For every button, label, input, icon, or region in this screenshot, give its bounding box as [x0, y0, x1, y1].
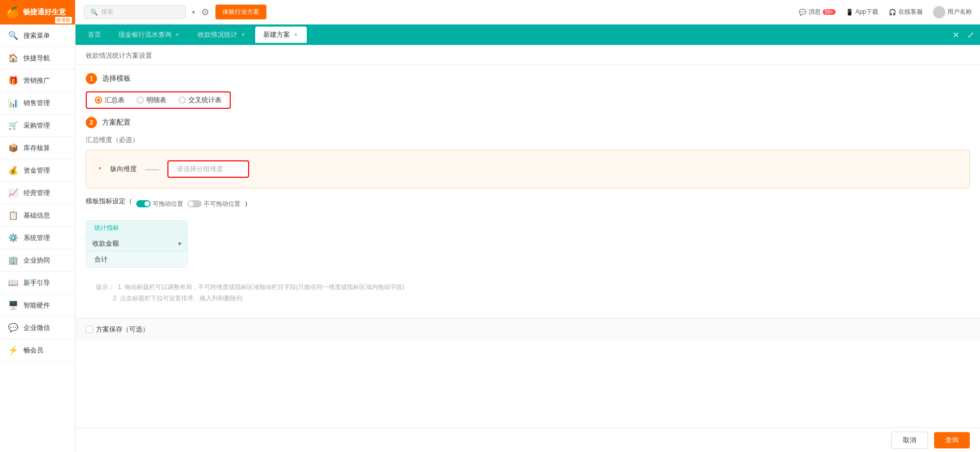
user-avatar	[933, 6, 945, 18]
save-bar: 方案保存（可选）	[76, 318, 980, 340]
tab-bank-flow[interactable]: 现金银行流水查询 ×	[110, 27, 188, 43]
radio-detail-label: 明细表	[146, 96, 166, 105]
dimension-title-text: 汇总维度（必选）	[86, 136, 139, 144]
service-btn[interactable]: 🎧 在线客服	[889, 8, 923, 16]
main-content: 🔍 搜索 ▾ ⚙ 体验行业方案 💬 消息 99+ 📱 App下载 🎧 在线客服 …	[76, 0, 980, 452]
search-menu-icon: 🔍	[8, 31, 18, 40]
search-icon: 🔍	[90, 9, 98, 16]
metrics-label-text: 模板指标设定（	[86, 197, 132, 206]
tip-1: 提示： 1. 拖动标题栏可以调整布局，不可跨维度或指标区域拖动栏目字段(只能在同…	[96, 282, 960, 293]
tab-close-all-icon[interactable]: ✕	[950, 28, 961, 42]
service-label: 在线客服	[898, 8, 923, 16]
tab-receipts-stat-label: 收款情况统计	[198, 30, 237, 39]
step2-title: 方案配置	[102, 118, 131, 127]
page-content: 收款情况统计方案设置 1 选择模板 汇总表 明细表	[76, 45, 980, 427]
tab-home-label: 首页	[88, 30, 101, 39]
metrics-table-header: 统计指标	[86, 221, 187, 236]
tab-bank-flow-close[interactable]: ×	[175, 31, 180, 38]
tab-new-plan-close[interactable]: ×	[293, 31, 299, 38]
sidebar-label-search-menu: 搜索菜单	[23, 31, 50, 40]
radio-detail-circle	[137, 97, 144, 104]
tab-expand-icon[interactable]: ⤢	[965, 28, 976, 42]
step1-section: 1 选择模板 汇总表 明细表 交叉统计表	[76, 65, 980, 117]
cancel-button[interactable]: 取消	[891, 432, 928, 449]
download-btn[interactable]: 📱 App下载	[846, 8, 878, 16]
save-checkbox[interactable]	[86, 326, 93, 333]
sidebar-item-finance[interactable]: 💰 资金管理	[0, 159, 75, 182]
dimension-section-title: 汇总维度（必选）	[86, 135, 970, 145]
step2-section: 2 方案配置 汇总维度（必选） * 纵向维度 —— 请选择分组维度	[76, 117, 980, 318]
settings-gear-icon[interactable]: ⚙	[201, 7, 209, 18]
save-checkbox-text: 方案保存（可选）	[96, 325, 149, 334]
sidebar-item-marketing[interactable]: 🎁 营销推广	[0, 69, 75, 92]
tab-bar-actions: ✕ ⤢	[950, 28, 976, 42]
page-inner: 收款情况统计方案设置 1 选择模板 汇总表 明细表	[76, 45, 980, 427]
sidebar-item-system[interactable]: ⚙️ 系统管理	[0, 227, 75, 249]
hardware-icon: 🖥️	[8, 300, 18, 310]
vertical-dim-label: 纵向维度	[110, 164, 137, 174]
immovable-label: 不可拖动位置	[204, 200, 240, 208]
sidebar-item-sales[interactable]: 📊 销售管理	[0, 92, 75, 114]
tab-bar: 首页 现金银行流水查询 × 收款情况统计 × 新建方案 × ✕ ⤢	[76, 25, 980, 45]
download-label: App下载	[855, 8, 878, 16]
wechat-icon: 💬	[8, 323, 18, 332]
step1-header: 1 选择模板	[86, 73, 970, 84]
user-menu[interactable]: 用户名称	[933, 6, 972, 18]
sidebar-item-guide[interactable]: 📖 新手引导	[0, 272, 75, 294]
sidebar-item-purchase[interactable]: 🛒 采购管理	[0, 114, 75, 137]
sidebar-label-guide: 新手引导	[23, 278, 50, 288]
sidebar-label-marketing: 营销推广	[23, 76, 50, 85]
trial-btn[interactable]: 体验行业方案	[215, 5, 266, 19]
guide-icon: 📖	[8, 278, 18, 288]
step1-title: 选择模板	[102, 74, 131, 83]
immovable-tag: 不可拖动位置	[187, 200, 240, 208]
tip1-text: 1. 拖动标题栏可以调整布局，不可跨维度或指标区域拖动栏目字段(只能在同一维度或…	[118, 283, 404, 291]
metrics-close-paren: ）	[244, 199, 251, 208]
tip-2: 2. 点击标题栏下拉可设置排序、插入列和删除列	[96, 293, 960, 304]
search-dropdown-icon[interactable]: ▾	[192, 9, 195, 16]
sidebar-item-wechat[interactable]: 💬 企业微信	[0, 317, 75, 339]
home-icon: 🏠	[8, 53, 18, 63]
movable-tag: 可拖动位置	[136, 200, 183, 208]
step1-num: 1	[86, 73, 97, 84]
sidebar-item-operation[interactable]: 📈 经营管理	[0, 182, 75, 204]
service-icon: 🎧	[889, 9, 896, 16]
sidebar-item-base-info[interactable]: 📋 基础信息	[0, 204, 75, 227]
sidebar-item-quick-nav[interactable]: 🏠 快捷导航	[0, 47, 75, 69]
search-bar[interactable]: 🔍 搜索	[84, 5, 186, 19]
query-button[interactable]: 查询	[934, 432, 970, 448]
logo-badge: 标准版	[55, 17, 72, 23]
radio-detail[interactable]: 明细表	[137, 96, 166, 105]
sidebar-item-inventory[interactable]: 📦 库存核算	[0, 137, 75, 159]
step2-num: 2	[86, 117, 97, 128]
tab-receipts-stat[interactable]: 收款情况统计 ×	[189, 27, 254, 43]
tips-area: 提示： 1. 拖动标题栏可以调整布局，不可跨维度或指标区域拖动栏目字段(只能在同…	[86, 276, 970, 310]
radio-summary[interactable]: 汇总表	[95, 96, 125, 105]
logo-icon: 🍊	[6, 6, 19, 18]
sidebar-label-quick-nav: 快捷导航	[23, 54, 50, 63]
dimension-input[interactable]: 请选择分组维度	[167, 160, 249, 178]
step2-header: 2 方案配置	[86, 117, 970, 128]
sidebar-label-sales: 销售管理	[23, 99, 50, 108]
message-btn[interactable]: 💬 消息 99+	[799, 8, 836, 16]
header-right: 💬 消息 99+ 📱 App下载 🎧 在线客服 用户名称	[799, 6, 972, 18]
sidebar-item-member[interactable]: ⚡ 畅会员	[0, 339, 75, 362]
radio-cross[interactable]: 交叉统计表	[179, 96, 222, 105]
sidebar-item-hardware[interactable]: 🖥️ 智能硬件	[0, 294, 75, 317]
logo-text: 畅捷通好生意	[23, 8, 66, 17]
tab-home[interactable]: 首页	[80, 27, 109, 43]
radio-summary-circle	[95, 97, 102, 104]
sidebar-label-finance: 资金管理	[23, 166, 50, 175]
tab-receipts-stat-close[interactable]: ×	[240, 31, 246, 38]
radio-summary-label: 汇总表	[105, 96, 125, 105]
metrics-col-dropdown-icon: ▾	[178, 240, 181, 247]
metrics-col-amount[interactable]: 收款金额 ▾	[86, 236, 187, 252]
gift-icon: 🎁	[8, 76, 18, 85]
metrics-total-label: 合计	[94, 255, 108, 263]
top-header: 🔍 搜索 ▾ ⚙ 体验行业方案 💬 消息 99+ 📱 App下载 🎧 在线客服 …	[76, 0, 980, 25]
operation-icon: 📈	[8, 188, 18, 198]
tab-new-plan[interactable]: 新建方案 ×	[255, 27, 307, 43]
sidebar-item-search-menu[interactable]: 🔍 搜索菜单	[0, 25, 75, 47]
sidebar-item-enterprise[interactable]: 🏢 企业协同	[0, 249, 75, 272]
save-checkbox-label[interactable]: 方案保存（可选）	[86, 325, 970, 334]
